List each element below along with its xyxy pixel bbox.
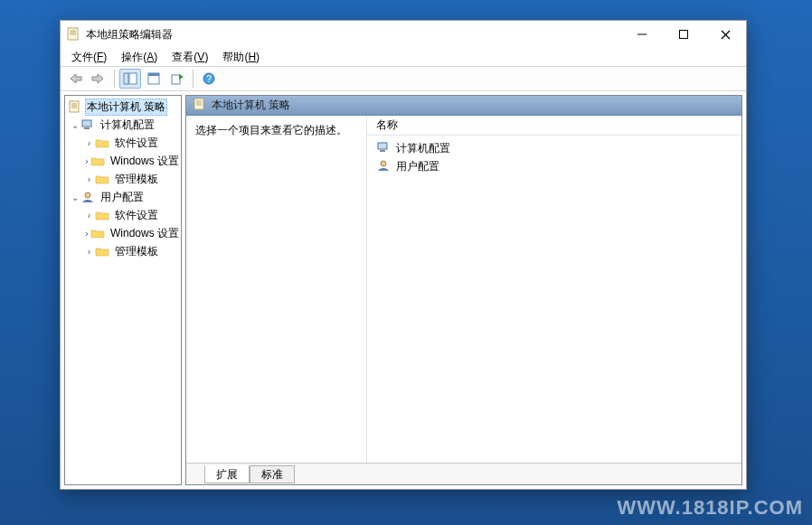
- computer-icon: [376, 141, 391, 156]
- svg-point-31: [381, 161, 386, 166]
- tree-label: 软件设置: [113, 136, 160, 151]
- expand-icon[interactable]: ›: [83, 174, 95, 184]
- tree-label: Windows 设置: [109, 154, 181, 169]
- list-body[interactable]: 计算机配置 用户配置: [367, 136, 741, 463]
- description-prompt: 选择一个项目来查看它的描述。: [195, 124, 347, 136]
- tree-label: 本地计算机 策略: [85, 98, 167, 116]
- svg-rect-25: [194, 98, 203, 109]
- svg-rect-18: [70, 101, 79, 112]
- document-icon: [67, 99, 81, 114]
- menu-file[interactable]: 文件(F): [64, 49, 114, 66]
- tree-windows-settings-user[interactable]: › Windows 设置: [65, 224, 181, 242]
- expand-icon[interactable]: ›: [83, 229, 90, 239]
- tab-standard[interactable]: 标准: [250, 465, 295, 483]
- tree-label: 管理模板: [113, 172, 160, 187]
- svg-rect-10: [124, 73, 128, 84]
- description-column: 选择一个项目来查看它的描述。: [186, 116, 367, 463]
- details-pane: 本地计算机 策略 选择一个项目来查看它的描述。 名称 计算机配置: [185, 95, 742, 485]
- list-item-label: 计算机配置: [396, 141, 450, 156]
- details-header: 本地计算机 策略: [186, 96, 741, 116]
- folder-icon: [90, 228, 105, 239]
- list-header-name[interactable]: 名称: [367, 116, 741, 136]
- app-icon: [66, 26, 80, 43]
- folder-icon: [95, 246, 109, 257]
- tree-software-settings[interactable]: › 软件设置: [65, 134, 181, 152]
- tree-root[interactable]: 本地计算机 策略: [65, 98, 181, 116]
- user-icon: [376, 159, 391, 174]
- tree-pane[interactable]: 本地计算机 策略 ⌄ 计算机配置 › 软件设置 › Windows 设置 › 管…: [64, 95, 182, 485]
- svg-rect-29: [378, 143, 387, 149]
- tab-extended[interactable]: 扩展: [204, 465, 250, 483]
- svg-marker-8: [71, 74, 81, 83]
- list-item-computer-config[interactable]: 计算机配置: [373, 139, 736, 157]
- tree-label: Windows 设置: [109, 226, 181, 241]
- svg-rect-11: [129, 73, 137, 84]
- close-button[interactable]: [704, 21, 746, 48]
- folder-icon: [95, 210, 109, 220]
- user-icon: [80, 191, 95, 203]
- folder-icon: [95, 173, 109, 184]
- titlebar[interactable]: 本地组策略编辑器: [61, 21, 746, 48]
- folder-icon: [90, 155, 105, 166]
- details-content: 选择一个项目来查看它的描述。 名称 计算机配置 用户配置: [186, 116, 741, 463]
- window-controls: [621, 21, 746, 48]
- properties-button[interactable]: [143, 69, 165, 89]
- window-title: 本地组策略编辑器: [86, 27, 621, 42]
- expand-icon[interactable]: ›: [83, 247, 95, 257]
- svg-rect-30: [380, 150, 385, 152]
- show-tree-button[interactable]: [119, 69, 141, 89]
- collapse-icon[interactable]: ⌄: [69, 192, 80, 202]
- minimize-button[interactable]: [621, 21, 663, 48]
- collapse-icon[interactable]: ⌄: [69, 120, 80, 130]
- menu-action[interactable]: 操作(A): [114, 49, 165, 66]
- menubar: 文件(F) 操作(A) 查看(V) 帮助(H): [61, 48, 746, 66]
- tree-admin-templates-user[interactable]: › 管理模板: [65, 242, 181, 260]
- details-tabs: 扩展 标准: [186, 463, 741, 484]
- svg-rect-5: [680, 31, 688, 39]
- body-panes: 本地计算机 策略 ⌄ 计算机配置 › 软件设置 › Windows 设置 › 管…: [61, 91, 746, 489]
- folder-icon: [95, 137, 109, 148]
- toolbar-separator: [193, 70, 194, 88]
- menu-help[interactable]: 帮助(H): [215, 49, 267, 66]
- help-button[interactable]: ?: [198, 69, 220, 89]
- tree-computer-config[interactable]: ⌄ 计算机配置: [65, 116, 181, 134]
- tree-label: 计算机配置: [99, 117, 156, 133]
- watermark: WWW.1818IP.COM: [617, 496, 803, 520]
- tree-software-settings-user[interactable]: › 软件设置: [65, 206, 181, 224]
- export-button[interactable]: [166, 69, 188, 89]
- expand-icon[interactable]: ›: [83, 156, 90, 166]
- list-item-label: 用户配置: [396, 159, 439, 174]
- svg-text:?: ?: [206, 74, 212, 84]
- menu-view[interactable]: 查看(V): [165, 49, 215, 66]
- tree-label: 软件设置: [113, 208, 160, 223]
- list-item-user-config[interactable]: 用户配置: [373, 157, 736, 175]
- tree-label: 用户配置: [99, 190, 146, 205]
- tree-label: 管理模板: [113, 244, 160, 259]
- svg-rect-13: [148, 73, 159, 76]
- svg-rect-22: [82, 120, 91, 127]
- svg-rect-14: [172, 75, 180, 84]
- tree-user-config[interactable]: ⌄ 用户配置: [65, 188, 181, 206]
- svg-rect-23: [84, 127, 90, 129]
- nav-back-button[interactable]: [64, 69, 86, 89]
- svg-marker-9: [92, 74, 103, 83]
- expand-icon[interactable]: ›: [83, 211, 95, 220]
- svg-point-24: [85, 192, 90, 198]
- toolbar-separator: [114, 70, 115, 88]
- tree-admin-templates[interactable]: › 管理模板: [65, 170, 181, 188]
- toolbar: ?: [61, 66, 746, 91]
- svg-marker-15: [179, 74, 184, 80]
- nav-forward-button[interactable]: [88, 69, 109, 89]
- list-column: 名称 计算机配置 用户配置: [367, 116, 741, 463]
- computer-icon: [80, 118, 95, 131]
- maximize-button[interactable]: [663, 21, 704, 48]
- expand-icon[interactable]: ›: [83, 138, 95, 148]
- tree-windows-settings[interactable]: › Windows 设置: [65, 152, 181, 170]
- document-icon: [192, 97, 206, 114]
- details-header-title: 本地计算机 策略: [212, 98, 290, 113]
- app-window: 本地组策略编辑器 文件(F) 操作(A) 查看(V) 帮助(H): [60, 20, 747, 490]
